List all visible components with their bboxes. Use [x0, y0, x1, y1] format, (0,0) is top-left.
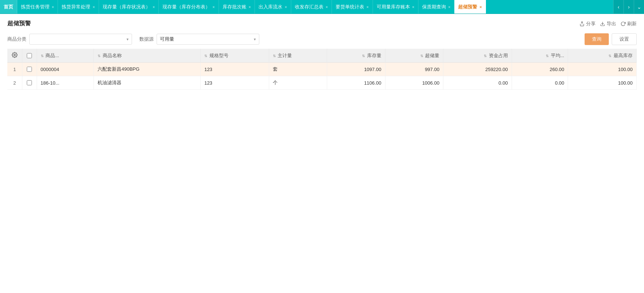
data-table: ⇅ 商品... ⇅ 商品名称 ⇅ 规格型号 ⇅ 主计量 ⇅ 库存量	[7, 49, 637, 90]
row-overstock: 1006.00	[385, 76, 443, 90]
row-unit: 个	[269, 76, 327, 90]
row-capital: 259220.00	[443, 63, 512, 76]
datasource-select-value: 可用量	[160, 36, 174, 42]
table-header-row: ⇅ 商品... ⇅ 商品名称 ⇅ 规格型号 ⇅ 主计量 ⇅ 库存量	[7, 49, 637, 63]
close-icon[interactable]: ×	[52, 5, 54, 9]
header-actions: 分享 导出 刷新	[579, 21, 637, 27]
close-icon[interactable]: ×	[212, 5, 215, 9]
col-spec[interactable]: ⇅ 规格型号	[201, 49, 269, 63]
row-num: 1	[7, 63, 22, 76]
col-max-stock[interactable]: ⇅ 最高库存	[568, 49, 637, 63]
nav-next-arrow[interactable]: ›	[623, 0, 634, 14]
nav-tab-2[interactable]: 拣货异常处理 ×	[58, 0, 99, 14]
query-button[interactable]: 查询	[585, 33, 609, 45]
col-product-code[interactable]: ⇅ 商品...	[37, 49, 94, 63]
row-checkbox[interactable]	[27, 67, 32, 72]
close-icon[interactable]: ×	[412, 5, 414, 9]
nav-tab-1[interactable]: 拣货任务管理 ×	[17, 0, 58, 14]
refresh-icon	[621, 21, 626, 26]
nav-bar: 首页 拣货任务管理 × 拣货异常处理 × 现存量（库存状况表） × 现存量（库存…	[0, 0, 644, 14]
close-icon[interactable]: ×	[448, 5, 450, 9]
nav-tab-6[interactable]: 出入库流水 ×	[255, 0, 291, 14]
row-stock: 1097.00	[327, 63, 385, 76]
close-icon[interactable]: ×	[153, 5, 155, 9]
row-unit: 套	[269, 63, 327, 76]
page-container: 超储预警 分享 导出 刷新	[0, 14, 644, 293]
filter-row: 商品分类 ▾ 数据源 可用量 ▾ 查询 设置	[7, 33, 637, 45]
row-stock: 1106.00	[327, 76, 385, 90]
nav-prev-arrow[interactable]: ‹	[613, 0, 623, 14]
filter-buttons: 查询 设置	[585, 33, 637, 45]
sort-icon: ⇅	[420, 54, 423, 58]
nav-tab-3[interactable]: 现存量（库存状况表） ×	[99, 0, 159, 14]
row-max-stock: 100.00	[568, 63, 637, 76]
sort-icon: ⇅	[608, 54, 611, 58]
row-spec: 123	[201, 76, 269, 90]
page-header: 超储预警 分享 导出 刷新	[7, 20, 637, 27]
row-product-name: 六配套新昌490BPG	[94, 63, 201, 76]
sort-icon: ⇅	[484, 54, 487, 58]
sort-icon: ⇅	[41, 54, 44, 58]
share-icon	[579, 21, 585, 26]
close-icon[interactable]: ×	[366, 5, 369, 9]
export-button[interactable]: 导出	[600, 21, 616, 27]
sort-icon: ⇅	[362, 54, 365, 58]
nav-tab-8[interactable]: 要货单统计表 ×	[332, 0, 373, 14]
refresh-button[interactable]: 刷新	[621, 21, 637, 27]
col-settings[interactable]	[7, 49, 22, 63]
category-filter: 商品分类 ▾	[7, 34, 132, 45]
close-icon[interactable]: ×	[479, 5, 482, 9]
sort-icon: ⇅	[273, 54, 276, 58]
col-avg[interactable]: ⇅ 平均...	[512, 49, 568, 63]
col-overstock[interactable]: ⇅ 超储量	[385, 49, 443, 63]
nav-tab-9[interactable]: 可用量库存账本 ×	[373, 0, 418, 14]
row-checkbox-cell[interactable]	[22, 63, 37, 76]
gear-icon	[12, 52, 18, 58]
nav-tab-10[interactable]: 保质期查询 ×	[418, 0, 454, 14]
page-title: 超储预警	[7, 20, 31, 27]
datasource-filter: 数据源 可用量 ▾	[139, 34, 259, 45]
col-unit[interactable]: ⇅ 主计量	[269, 49, 327, 63]
svg-point-0	[14, 54, 15, 56]
chevron-down-icon: ▾	[254, 37, 256, 42]
share-button[interactable]: 分享	[579, 21, 596, 27]
category-select[interactable]: ▾	[29, 34, 132, 45]
row-checkbox[interactable]	[27, 80, 32, 85]
nav-home[interactable]: 首页	[0, 0, 17, 14]
col-stock[interactable]: ⇅ 库存量	[327, 49, 385, 63]
nav-tab-7[interactable]: 收发存汇总表 ×	[291, 0, 332, 14]
export-icon	[600, 21, 605, 26]
sort-icon: ⇅	[204, 54, 207, 58]
close-icon[interactable]: ×	[326, 5, 328, 9]
nav-tab-4[interactable]: 现存量（库存分布表） ×	[159, 0, 219, 14]
datasource-select[interactable]: 可用量 ▾	[157, 34, 259, 45]
settings-button[interactable]: 设置	[612, 33, 637, 45]
nav-tab-11[interactable]: 超储预警 ×	[454, 0, 486, 14]
select-all-checkbox[interactable]	[27, 53, 32, 58]
row-overstock: 997.00	[385, 63, 443, 76]
close-icon[interactable]: ×	[285, 5, 287, 9]
category-label: 商品分类	[7, 36, 26, 42]
row-product-code: 0000004	[37, 63, 94, 76]
close-icon[interactable]: ×	[249, 5, 251, 9]
table-row: 1 0000004 六配套新昌490BPG 123 套 1097.00 997.…	[7, 63, 637, 76]
row-spec: 123	[201, 63, 269, 76]
row-capital: 0.00	[443, 76, 512, 90]
nav-tab-5[interactable]: 库存批次账 ×	[219, 0, 255, 14]
nav-menu-arrow[interactable]: ⌄	[634, 0, 644, 14]
row-max-stock: 100.00	[568, 76, 637, 90]
row-product-name: 机油滤清器	[94, 76, 201, 90]
datasource-label: 数据源	[139, 36, 154, 42]
row-checkbox-cell[interactable]	[22, 76, 37, 90]
chevron-down-icon: ▾	[127, 37, 129, 42]
col-product-name[interactable]: ⇅ 商品名称	[94, 49, 201, 63]
sort-icon: ⇅	[546, 54, 549, 58]
row-product-code: 186-10...	[37, 76, 94, 90]
row-num: 2	[7, 76, 22, 90]
sort-icon: ⇅	[98, 54, 100, 58]
row-avg: 0.00	[512, 76, 568, 90]
col-capital[interactable]: ⇅ 资金占用	[443, 49, 512, 63]
col-checkbox-header[interactable]	[22, 49, 37, 63]
table-row: 2 186-10... 机油滤清器 123 个 1106.00 1006.00 …	[7, 76, 637, 90]
close-icon[interactable]: ×	[92, 5, 95, 9]
